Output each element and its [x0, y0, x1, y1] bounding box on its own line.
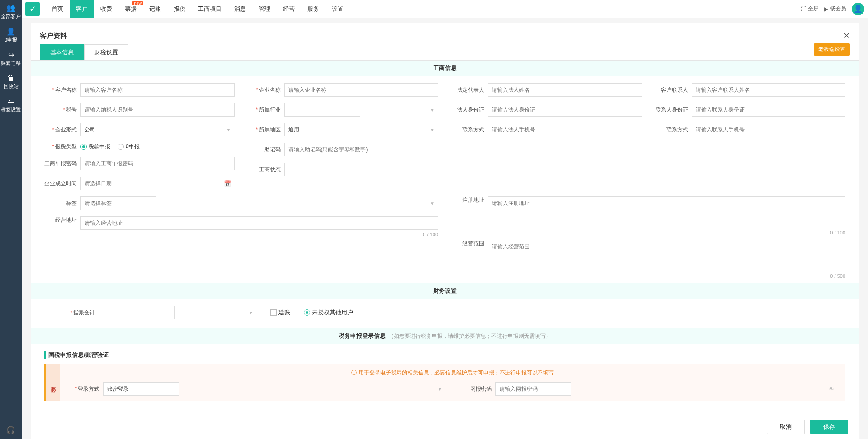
tags-select[interactable]: [80, 196, 156, 210]
boss-settings-button[interactable]: 老板端设置: [814, 43, 850, 56]
section-finance-settings: 财务设置: [31, 283, 859, 299]
trash-icon: 🗑: [7, 74, 14, 82]
radio-tax-declare[interactable]: 税款申报: [80, 143, 110, 150]
tab-basic-info[interactable]: 基本信息: [40, 44, 84, 60]
radio-label: 税款申报: [89, 143, 110, 150]
nav-item-0[interactable]: 首页: [45, 0, 70, 18]
sidebar-item-label: 账套迁移: [1, 60, 21, 67]
customer-name-input[interactable]: [80, 83, 235, 97]
section-business-info: 工商信息: [31, 61, 859, 76]
sidebar-item-all-customers[interactable]: 👥全部客户: [0, 0, 22, 23]
nav-badge: new: [132, 1, 143, 5]
company-form-select[interactable]: [80, 123, 156, 136]
radio-no-auth-others[interactable]: 未授权其他用户: [304, 308, 353, 317]
region-select[interactable]: [284, 123, 360, 136]
label-contact-method: 联系方式: [462, 126, 484, 133]
biz-status-input[interactable]: [284, 163, 439, 176]
label-tags: 标签: [66, 200, 77, 206]
calendar-icon: 📅: [224, 180, 231, 187]
tag-icon: 🏷: [7, 97, 14, 105]
nav-item-10[interactable]: 服务: [301, 0, 326, 18]
biz-address-counter: 0 / 100: [44, 232, 438, 237]
label-assign-accountant: 指派会计: [73, 309, 95, 316]
chevron-down-icon: ▼: [430, 127, 434, 132]
eye-off-icon[interactable]: 👁: [829, 386, 835, 392]
sidebar-item-recycle[interactable]: 🗑回收站: [0, 70, 22, 93]
label-tax-id: 税号: [66, 107, 77, 113]
users-icon: 👥: [6, 4, 15, 12]
tax-id-input[interactable]: [80, 103, 235, 117]
nav-item-9[interactable]: 经营: [277, 0, 301, 18]
avatar[interactable]: 👤: [852, 3, 864, 15]
nav-item-5[interactable]: 报税: [167, 0, 192, 18]
fullscreen-label: 全屏: [808, 5, 819, 13]
chevron-down-icon: ▼: [249, 310, 253, 315]
nav-item-7[interactable]: 消息: [228, 0, 252, 18]
assign-accountant-select[interactable]: [99, 306, 175, 319]
login-method-select[interactable]: [103, 382, 179, 396]
sidebar-item-label: 回收站: [4, 83, 19, 90]
radio-label: 未授权其他用户: [312, 308, 353, 317]
sidebar-item-migrate[interactable]: ↪账套迁移: [0, 47, 22, 70]
radio-zero-declare[interactable]: 0申报: [118, 143, 140, 150]
sidebar-item-tag-settings[interactable]: 🏷标签设置: [0, 93, 22, 117]
label-login-method: 登录方式: [78, 386, 99, 392]
chevron-down-icon: ▼: [430, 107, 434, 112]
sidebar-item-support[interactable]: 🎧: [0, 422, 22, 439]
warning-side-label: 必要: [46, 364, 60, 401]
warning-text: ⓘ 用于登录电子税局的相关信息，必要信息维护后才可申报；不进行申报可以不填写: [67, 369, 838, 377]
reg-address-input[interactable]: [488, 196, 845, 228]
nav-item-6[interactable]: 工商项目: [192, 0, 228, 18]
web-pwd-input[interactable]: [495, 382, 571, 396]
reg-address-counter: 0 / 100: [452, 230, 845, 235]
sidebar-item-monitor[interactable]: 🖥: [0, 406, 22, 422]
contact-method2-input[interactable]: [692, 123, 846, 136]
chevron-down-icon: ▼: [226, 127, 231, 132]
sidebar: 👥全部客户 👤0申报 ↪账套迁移 🗑回收站 🏷标签设置 🖥 🎧: [0, 0, 22, 439]
annual-pwd-input[interactable]: [80, 157, 235, 170]
panel-title: 客户资料: [40, 32, 67, 40]
legal-rep-input[interactable]: [488, 83, 642, 97]
establish-date-input[interactable]: [80, 177, 156, 190]
monitor-icon: 🖥: [7, 410, 14, 418]
sidebar-item-zero-report[interactable]: 👤0申报: [0, 23, 22, 47]
customer-contact-input[interactable]: [692, 83, 846, 97]
label-company-name: 企业名称: [259, 87, 281, 93]
section-tax-login: 税务申报登录信息（如您要进行税务申报，请维护必要信息；不进行申报则无需填写）: [31, 328, 859, 344]
nav-item-8[interactable]: 管理: [252, 0, 277, 18]
label-biz-address: 经营地址: [55, 217, 77, 223]
contact-id-input[interactable]: [692, 103, 846, 117]
label-customer-name: 客户名称: [55, 87, 77, 93]
legal-id-input[interactable]: [488, 103, 642, 117]
member-button[interactable]: ▶畅会员: [824, 5, 846, 13]
close-icon[interactable]: ✕: [843, 31, 850, 41]
label-establish-date: 企业成立时间: [44, 180, 77, 187]
industry-select[interactable]: [284, 103, 360, 117]
nav-item-4[interactable]: 记账: [143, 0, 167, 18]
biz-scope-input[interactable]: [488, 240, 845, 271]
nav-item-11[interactable]: 设置: [326, 0, 350, 18]
topbar: ✓ 首页客户收费票据new记账报税工商项目消息管理经营服务设置 ⛶全屏 ▶畅会员…: [22, 0, 868, 18]
cancel-button[interactable]: 取消: [767, 420, 805, 434]
nav-item-1[interactable]: 客户: [70, 0, 94, 18]
nav-item-2[interactable]: 收费: [94, 0, 118, 18]
label-contact-method2: 联系方式: [666, 126, 688, 133]
biz-address-input[interactable]: [80, 216, 438, 230]
nav-item-3[interactable]: 票据new: [118, 0, 143, 18]
member-label: 畅会员: [830, 5, 846, 13]
user-icon: 👤: [6, 27, 15, 36]
checkbox-create-account[interactable]: 建账: [270, 308, 290, 317]
save-button[interactable]: 保存: [810, 420, 848, 434]
arrow-right-icon: ↪: [8, 51, 14, 59]
sidebar-item-label: 0申报: [5, 37, 17, 43]
fullscreen-button[interactable]: ⛶全屏: [801, 5, 819, 13]
label-customer-contact: 客户联系人: [661, 87, 688, 93]
video-icon: ▶: [824, 6, 828, 12]
company-name-input[interactable]: [284, 83, 439, 97]
tab-tax-settings[interactable]: 财税设置: [84, 44, 128, 60]
mnemonic-input[interactable]: [284, 143, 439, 156]
label-legal-rep: 法定代表人: [457, 87, 484, 93]
chevron-down-icon: ▼: [430, 201, 434, 206]
biz-scope-counter: 0 / 500: [452, 273, 845, 279]
contact-method-input[interactable]: [488, 123, 642, 136]
